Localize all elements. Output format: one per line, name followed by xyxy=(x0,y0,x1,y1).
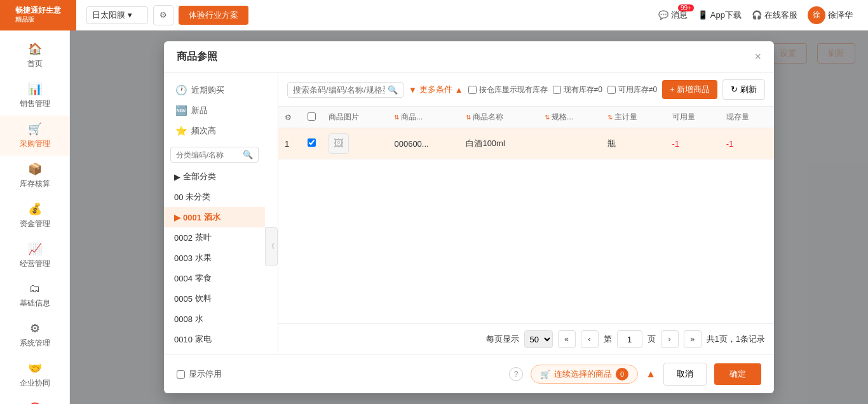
product-search-input[interactable] xyxy=(293,85,385,95)
operations-icon: 📈 xyxy=(28,242,42,256)
page-prev-button[interactable]: ‹ xyxy=(581,330,599,348)
modal-body: 🕐 近期购买 🆕 新品 ⭐ 频次高 xyxy=(164,73,774,354)
product-reference-modal: 商品参照 × 🕐 近期购买 🆕 xyxy=(164,41,774,393)
category-0008[interactable]: 0008 水 xyxy=(164,309,265,329)
table-row[interactable]: 1 🖼 000600... 白酒100ml xyxy=(278,128,774,159)
basic-info-icon: 🗂 xyxy=(29,282,41,295)
cell-spec xyxy=(538,128,601,159)
sidebar-item-sales[interactable]: 📊 销售管理 xyxy=(0,76,69,116)
category-search-wrap: 🔍 xyxy=(170,147,259,163)
sort-code-icon: ⇅ xyxy=(394,114,401,121)
sidebar-item-operations[interactable]: 📈 经营管理 xyxy=(0,236,69,276)
main-content: 查询 设置 刷新 商品参照 × 🕐 xyxy=(70,30,868,404)
filter-chevron-icon: ▲ xyxy=(455,85,463,95)
system-icon: ⚙ xyxy=(30,321,40,335)
checkbox-by-warehouse[interactable]: 按仓库显示现有库存 xyxy=(468,84,548,95)
store-select[interactable]: 日太阳膜 ▾ xyxy=(86,6,148,24)
category-0003[interactable]: 0003 水果 xyxy=(164,248,265,268)
sidebar-item-purchase[interactable]: 🛒 采购管理 xyxy=(0,116,69,156)
col-spec[interactable]: ⇅ 规格... xyxy=(538,107,601,128)
confirm-button[interactable]: 确定 xyxy=(714,363,761,385)
modal-footer: 显示停用 ? 🛒 连续选择的商品 0 ▲ 取消 确定 xyxy=(164,354,774,393)
left-panel: 🕐 近期购买 🆕 新品 ⭐ 频次高 xyxy=(164,73,278,354)
available-nonzero-checkbox[interactable] xyxy=(607,86,616,94)
sidebar-label-sales: 销售管理 xyxy=(20,98,50,109)
page-number-input[interactable] xyxy=(617,330,642,348)
category-0005[interactable]: 0005 饮料 xyxy=(164,288,265,309)
sidebar-item-system[interactable]: ⚙ 系统管理 xyxy=(0,315,69,355)
settings-gear-button[interactable]: ⚙ xyxy=(153,5,173,25)
cart-selection-button[interactable]: 🛒 连续选择的商品 0 xyxy=(531,365,638,384)
brand-logo: 畅捷通好生意 精品版 xyxy=(0,0,76,30)
user-menu[interactable]: 徐 徐泽华 xyxy=(808,6,853,24)
category-00[interactable]: 00 未分类 xyxy=(164,187,265,207)
top-navbar: 畅捷通好生意 精品版 日太阳膜 ▾ ⚙ 体验行业方案 💬 消息 99+ 📱 Ap… xyxy=(0,0,868,30)
purchase-icon: 🛒 xyxy=(28,122,42,136)
app-download-button[interactable]: 📱 App下载 xyxy=(698,10,742,21)
cell-stock: -1 xyxy=(720,128,774,159)
messages-button[interactable]: 💬 消息 99+ xyxy=(658,10,688,21)
column-settings-icon[interactable]: ⚙ xyxy=(285,113,292,122)
cell-code: 000600... xyxy=(388,128,459,159)
cancel-button[interactable]: 取消 xyxy=(663,363,707,386)
row-checkbox[interactable] xyxy=(308,138,316,147)
cell-check[interactable] xyxy=(301,128,322,159)
sidebar-item-home[interactable]: 🏠 首页 xyxy=(0,36,69,76)
show-disabled-label[interactable]: 显示停用 xyxy=(177,368,222,380)
col-unit[interactable]: ⇅ 主计量 xyxy=(601,107,666,128)
show-disabled-checkbox[interactable] xyxy=(177,370,185,379)
per-page-select[interactable]: 50 xyxy=(524,330,553,348)
sidebar-label-basic-info: 基础信息 xyxy=(20,298,50,309)
page-first-button[interactable]: « xyxy=(558,330,576,348)
inventory-icon: 📦 xyxy=(28,162,42,176)
online-service-button[interactable]: 🎧 在线客服 xyxy=(752,10,797,21)
main-layout: 🏠 首页 📊 销售管理 🛒 采购管理 📦 库存核算 💰 资金管理 📈 经营管理 … xyxy=(0,30,868,404)
mobile-icon: 📱 xyxy=(698,10,708,20)
sidebar-item-basic-info[interactable]: 🗂 基础信息 xyxy=(0,276,69,315)
category-0001[interactable]: ▶ 0001 酒水 xyxy=(164,207,265,227)
col-stock: 现存量 xyxy=(720,107,774,128)
category-0004[interactable]: 0004 零食 xyxy=(164,268,265,288)
checkbox-available-nonzero[interactable]: 可用库存≠0 xyxy=(607,84,657,95)
exp-industry-button[interactable]: 体验行业方案 xyxy=(179,6,248,25)
product-table-wrap: ⚙ 商品图片 xyxy=(278,107,774,323)
help-button[interactable]: ? xyxy=(509,367,523,381)
category-search-input[interactable] xyxy=(176,151,240,159)
col-available: 可用量 xyxy=(666,107,720,128)
footer-left: 显示停用 xyxy=(177,368,222,380)
message-badge: 99+ xyxy=(678,4,694,11)
quick-new-product[interactable]: 🆕 新品 xyxy=(169,101,273,120)
checkbox-stock-nonzero[interactable]: 现有库存≠0 xyxy=(553,84,602,95)
pagination: 每页显示 50 « ‹ 第 页 › » 共1页，1条记录 xyxy=(278,323,774,354)
footer-collapse-button[interactable]: ▲ xyxy=(646,368,656,380)
panel-collapse-button[interactable]: 《 xyxy=(265,227,278,266)
sidebar-label-inventory: 库存核算 xyxy=(20,178,50,189)
sidebar-item-enterprise[interactable]: 🤝 企业协同 xyxy=(0,355,69,395)
sidebar-item-inventory[interactable]: 📦 库存核算 xyxy=(0,156,69,196)
stock-nonzero-checkbox[interactable] xyxy=(553,86,561,94)
more-filter-button[interactable]: ▼ 更多条件 ▲ xyxy=(409,84,463,95)
navbar-center: 日太阳膜 ▾ ⚙ 体验行业方案 xyxy=(76,5,658,25)
col-settings[interactable]: ⚙ xyxy=(278,107,301,128)
modal-overlay: 商品参照 × 🕐 近期购买 🆕 xyxy=(70,30,868,404)
col-code[interactable]: ⇅ 商品... xyxy=(388,107,459,128)
sidebar-item-finance[interactable]: 💰 资金管理 xyxy=(0,196,69,236)
modal-title: 商品参照 xyxy=(177,50,217,64)
category-0010[interactable]: 0010 家电 xyxy=(164,329,265,349)
sidebar-item-guide[interactable]: 🎯 新手引导 xyxy=(0,395,69,404)
quick-high-frequency[interactable]: ⭐ 频次高 xyxy=(169,121,273,140)
category-all[interactable]: ▶ 全部分类 xyxy=(164,166,265,187)
add-product-button[interactable]: + 新增商品 xyxy=(662,80,717,99)
by-warehouse-checkbox[interactable] xyxy=(468,86,477,94)
modal-close-button[interactable]: × xyxy=(754,50,761,64)
enterprise-icon: 🤝 xyxy=(28,361,42,375)
refresh-button[interactable]: ↻ 刷新 xyxy=(722,79,765,100)
sort-spec-icon: ⇅ xyxy=(545,114,552,121)
collapse-left-icon: 《 xyxy=(268,242,275,251)
category-0002[interactable]: 0002 茶叶 xyxy=(164,227,265,248)
col-name[interactable]: ⇅ 商品名称 xyxy=(459,107,538,128)
page-next-button[interactable]: › xyxy=(661,330,679,348)
quick-recent-purchase[interactable]: 🕐 近期购买 xyxy=(169,81,273,100)
page-last-button[interactable]: » xyxy=(684,330,702,348)
select-all-checkbox[interactable] xyxy=(308,112,316,121)
